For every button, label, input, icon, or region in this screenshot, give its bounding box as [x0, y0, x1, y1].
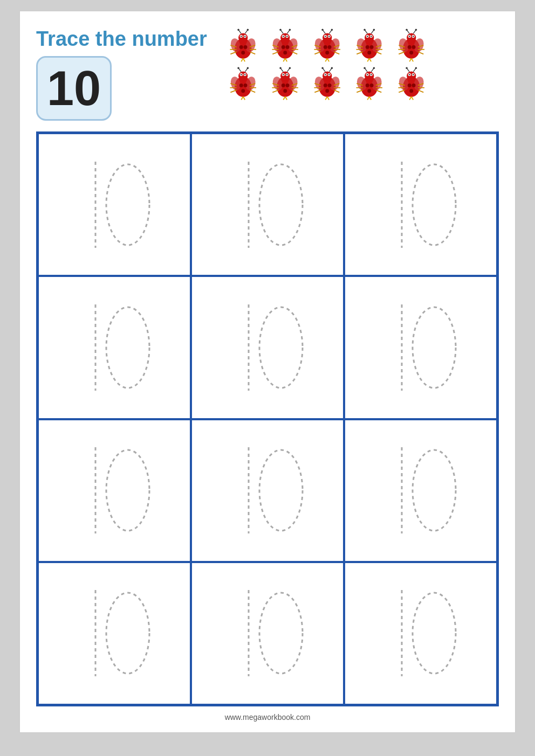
- svg-point-239: [259, 307, 303, 388]
- svg-line-21: [241, 58, 243, 61]
- svg-point-165: [325, 74, 326, 75]
- header: Trace the number 10: [36, 27, 499, 121]
- svg-line-67: [325, 58, 327, 61]
- trace-number-svg: [372, 436, 469, 544]
- svg-point-241: [413, 307, 456, 388]
- svg-point-196: [366, 84, 369, 87]
- svg-point-233: [259, 164, 303, 245]
- svg-line-160: [285, 96, 286, 100]
- svg-point-189: [371, 74, 372, 75]
- bug-icon: [223, 27, 261, 63]
- svg-point-82: [369, 45, 373, 49]
- svg-point-166: [328, 74, 330, 75]
- svg-point-193: [373, 67, 374, 69]
- svg-point-59: [327, 45, 331, 49]
- svg-point-116: [238, 71, 248, 80]
- trace-cell[interactable]: [38, 562, 191, 705]
- svg-point-142: [283, 74, 284, 75]
- svg-line-68: [327, 58, 328, 61]
- svg-point-47: [323, 33, 332, 42]
- svg-point-60: [325, 51, 329, 54]
- svg-point-78: [373, 29, 374, 31]
- svg-point-128: [243, 84, 247, 87]
- bug-icon: [265, 27, 303, 63]
- bug-icon: [223, 66, 261, 101]
- trace-cell[interactable]: [38, 133, 191, 276]
- trace-number-svg: [372, 294, 469, 401]
- svg-point-81: [366, 45, 369, 49]
- number-display: 10: [47, 64, 101, 113]
- svg-point-83: [367, 51, 371, 54]
- trace-grid: [36, 131, 499, 706]
- svg-point-13: [243, 45, 247, 49]
- svg-point-219: [408, 84, 411, 87]
- svg-point-54: [321, 29, 323, 31]
- svg-point-106: [409, 51, 413, 54]
- svg-point-146: [279, 67, 281, 69]
- trace-number-svg: [66, 579, 163, 687]
- bug-icon: [307, 27, 345, 63]
- bug-icon: [349, 66, 387, 101]
- svg-point-211: [409, 74, 410, 75]
- svg-point-147: [289, 67, 290, 69]
- svg-point-212: [413, 74, 414, 75]
- svg-point-162: [323, 71, 332, 80]
- svg-point-12: [239, 45, 243, 49]
- svg-point-174: [327, 84, 331, 87]
- page: Trace the number 10: [19, 11, 516, 733]
- trace-number-svg: [66, 436, 163, 544]
- svg-line-22: [243, 58, 244, 61]
- bug-icon: [349, 27, 387, 63]
- trace-number-svg: [372, 579, 469, 687]
- svg-point-151: [285, 84, 289, 87]
- svg-point-8: [237, 29, 239, 31]
- trace-number-svg: [219, 436, 316, 544]
- svg-point-245: [259, 450, 303, 531]
- page-title: Trace the number: [36, 27, 207, 51]
- svg-line-45: [285, 58, 286, 61]
- svg-line-229: [411, 96, 413, 100]
- svg-point-51: [328, 36, 330, 37]
- svg-line-136: [241, 96, 243, 100]
- trace-cell[interactable]: [191, 133, 344, 276]
- svg-point-192: [363, 67, 365, 69]
- trace-cell[interactable]: [191, 276, 344, 419]
- svg-point-119: [241, 74, 242, 75]
- svg-line-113: [409, 58, 411, 61]
- bug-icon: [265, 66, 303, 101]
- svg-point-70: [365, 33, 374, 42]
- trace-cell[interactable]: [344, 133, 497, 276]
- svg-point-249: [106, 593, 149, 674]
- svg-point-4: [241, 36, 242, 37]
- trace-number-svg: [66, 151, 163, 259]
- svg-point-24: [280, 33, 290, 42]
- trace-cell[interactable]: [191, 419, 344, 562]
- trace-cell[interactable]: [38, 276, 191, 419]
- svg-point-28: [286, 36, 288, 37]
- trace-cell[interactable]: [38, 419, 191, 562]
- svg-line-91: [369, 58, 371, 61]
- trace-cell[interactable]: [344, 562, 497, 705]
- svg-point-36: [285, 45, 289, 49]
- website-url: www.megaworkbook.com: [225, 713, 311, 722]
- svg-point-100: [406, 29, 407, 31]
- trace-number-svg: [372, 151, 469, 259]
- trace-number-svg: [219, 294, 316, 401]
- svg-line-183: [327, 96, 328, 100]
- svg-point-123: [237, 67, 239, 69]
- svg-point-105: [411, 45, 415, 49]
- svg-point-101: [415, 29, 416, 31]
- svg-point-73: [367, 36, 368, 37]
- svg-point-216: [415, 67, 416, 69]
- svg-point-14: [241, 51, 245, 54]
- svg-point-1: [238, 33, 248, 42]
- svg-point-237: [106, 307, 149, 388]
- svg-line-137: [243, 96, 244, 100]
- trace-cell[interactable]: [344, 276, 497, 419]
- svg-point-96: [409, 36, 410, 37]
- svg-point-221: [409, 89, 413, 93]
- svg-line-90: [367, 58, 369, 61]
- svg-point-120: [244, 74, 246, 75]
- trace-cell[interactable]: [191, 562, 344, 705]
- trace-cell[interactable]: [344, 419, 497, 562]
